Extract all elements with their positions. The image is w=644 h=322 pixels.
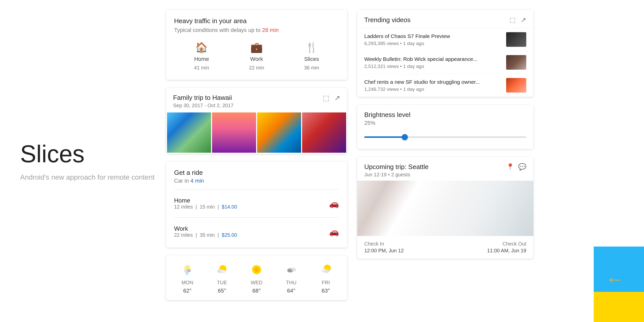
traffic-dest-slices-name: Slices — [304, 56, 319, 62]
video-meta-3: 1,246,732 views • 1 day ago — [364, 87, 501, 92]
checkin-block: Check In 12:00 PM, Jun 12 — [364, 241, 404, 254]
ride-work-details: 22 miles | 35 min | $25.00 — [174, 232, 237, 238]
weather-card: MON 62° TUE 65° — [166, 256, 347, 300]
brightness-slider-wrapper — [357, 128, 533, 149]
brightness-card: Brightness level 25% — [357, 105, 533, 149]
weather-icon-thu — [285, 262, 298, 278]
trip-photos — [166, 112, 347, 154]
ride-divider-2 — [174, 217, 339, 218]
weather-day-mon-name: MON — [181, 280, 193, 286]
svg-point-2 — [187, 269, 191, 272]
brightness-slider-fill — [364, 136, 405, 138]
traffic-dest-work-name: Work — [250, 56, 263, 62]
weather-day-fri-name: FRI — [322, 280, 330, 286]
back-arrow-icon: ← — [606, 269, 624, 289]
svg-point-16 — [324, 269, 329, 273]
traffic-dest-work-time: 22 min — [249, 65, 264, 71]
ride-subtitle: Car in 4 min — [174, 178, 339, 184]
cast-icon[interactable]: ⬚ — [323, 94, 329, 102]
traffic-dest-home[interactable]: 🏠 Home 41 min — [194, 42, 209, 71]
checkout-label: Check Out — [487, 241, 526, 247]
ride-row-home[interactable]: Home 12 miles | 15 min | $14.00 🚗 — [174, 194, 339, 212]
ride-title: Get a ride — [174, 169, 339, 177]
message-icon[interactable]: 💬 — [518, 163, 526, 171]
video-thumb-1 — [506, 32, 526, 47]
weather-days: MON 62° TUE 65° — [166, 256, 347, 300]
svg-point-13 — [287, 269, 292, 272]
traffic-delay: 28 min — [262, 27, 279, 33]
svg-line-3 — [187, 273, 187, 275]
weather-day-wed: WED 68° — [250, 262, 263, 294]
trending-header: Trending videos ⬚ ↗ — [357, 10, 533, 28]
ride-home-price: $14.00 — [222, 204, 237, 210]
home-icon: 🏠 — [195, 42, 208, 53]
trip-action-icons: ⬚ ↗ — [323, 94, 340, 102]
upcoming-trip-card: Upcoming trip: Seattle Jun 12-19 • 2 gue… — [357, 157, 533, 259]
trending-share-icon[interactable]: ↗ — [521, 16, 526, 24]
car-icon-home: 🚗 — [329, 199, 339, 208]
weather-day-wed-temp: 68° — [252, 288, 261, 294]
svg-line-5 — [186, 273, 186, 275]
trip-photo-4 — [302, 112, 346, 153]
weather-day-tue: TUE 65° — [215, 262, 228, 294]
checkin-time: 12:00 PM, Jun 12 — [364, 248, 404, 254]
ride-divider — [174, 189, 339, 189]
trending-cast-icon[interactable]: ⬚ — [509, 16, 516, 24]
ride-wait: 4 min — [190, 178, 204, 184]
weather-day-thu-name: THU — [286, 280, 296, 286]
share-icon[interactable]: ↗ — [334, 94, 340, 102]
page-title: Slices — [20, 141, 161, 167]
center-cards: Heavy traffic in your area Typical condi… — [166, 10, 347, 308]
video-meta-1: 6,293,385 views • 1 day ago — [364, 41, 501, 46]
upcoming-info: Upcoming trip: Seattle Jun 12-19 • 2 gue… — [364, 163, 429, 178]
weather-day-thu-temp: 64° — [287, 288, 295, 294]
traffic-title: Heavy traffic in your area — [174, 17, 339, 25]
trip-photo-1 — [167, 112, 211, 153]
weather-day-mon-temp: 62° — [183, 288, 191, 294]
hero-section: Slices Android's new approach for remote… — [0, 0, 161, 322]
trip-card-header: Family trip to Hawaii Sep 30, 2017 - Oct… — [166, 88, 347, 112]
slices-icon: 🍴 — [305, 42, 318, 53]
svg-point-10 — [254, 267, 259, 272]
trending-title: Trending videos — [364, 16, 411, 24]
brightness-slider-track[interactable] — [364, 136, 526, 138]
upcoming-guests: Jun 12-19 • 2 guests — [364, 172, 429, 178]
brightness-title: Brightness level — [364, 111, 526, 119]
weather-icon-fri — [319, 262, 332, 278]
location-icon[interactable]: 📍 — [506, 163, 514, 171]
brightness-percentage: 25% — [364, 120, 526, 126]
car-icon-work: 🚗 — [329, 227, 339, 236]
trip-photo-3 — [257, 112, 301, 153]
upcoming-trip-image — [357, 181, 533, 236]
weather-day-wed-name: WED — [251, 280, 263, 286]
checkout-block: Check Out 11:00 AM, Jun 19 — [487, 241, 526, 254]
traffic-subtitle: Typical conditions with delays up to 28 … — [174, 27, 339, 33]
video-row-2[interactable]: Weekly Bulletin: Rob Wick special appear… — [357, 51, 533, 74]
upcoming-action-icons: 📍 💬 — [506, 163, 526, 171]
weather-day-tue-temp: 65° — [218, 288, 226, 294]
weather-day-mon: MON 62° — [181, 262, 194, 294]
trip-info: Family trip to Hawaii Sep 30, 2017 - Oct… — [173, 94, 233, 108]
video-row-3[interactable]: Chef rents a new SF studio for strugglin… — [357, 74, 533, 97]
weather-day-tue-name: TUE — [217, 280, 227, 286]
video-row-1[interactable]: Ladders of Chaos S7 Finale Preview 6,293… — [357, 28, 533, 51]
traffic-dest-home-name: Home — [194, 56, 209, 62]
traffic-dest-work[interactable]: 💼 Work 22 min — [249, 42, 264, 71]
weather-day-thu: THU 64° — [285, 262, 298, 294]
trip-card: Family trip to Hawaii Sep 30, 2017 - Oct… — [166, 88, 347, 154]
brightness-slider-thumb[interactable] — [402, 134, 408, 140]
traffic-dest-slices[interactable]: 🍴 Slices 36 min — [304, 42, 319, 71]
trip-date: Sep 30, 2017 - Oct 2, 2017 — [173, 103, 233, 108]
checkout-time: 11:00 AM, Jun 19 — [487, 248, 526, 254]
work-icon: 💼 — [250, 42, 263, 53]
traffic-destinations: 🏠 Home 41 min 💼 Work 22 min 🍴 Slices 36 … — [174, 42, 339, 73]
ride-work-name: Work — [174, 225, 237, 232]
trip-photo-2 — [212, 112, 256, 153]
ride-row-work[interactable]: Work 22 miles | 35 min | $25.00 🚗 — [174, 223, 339, 240]
brightness-header: Brightness level 25% — [357, 105, 533, 128]
video-title-3: Chef rents a new SF studio for strugglin… — [364, 78, 501, 85]
weather-icon-tue — [215, 262, 228, 278]
trip-room-image — [357, 181, 533, 236]
right-cards: Trending videos ⬚ ↗ Ladders of Chaos S7 … — [357, 10, 533, 267]
ride-home-details: 12 miles | 15 min | $14.00 — [174, 204, 237, 210]
